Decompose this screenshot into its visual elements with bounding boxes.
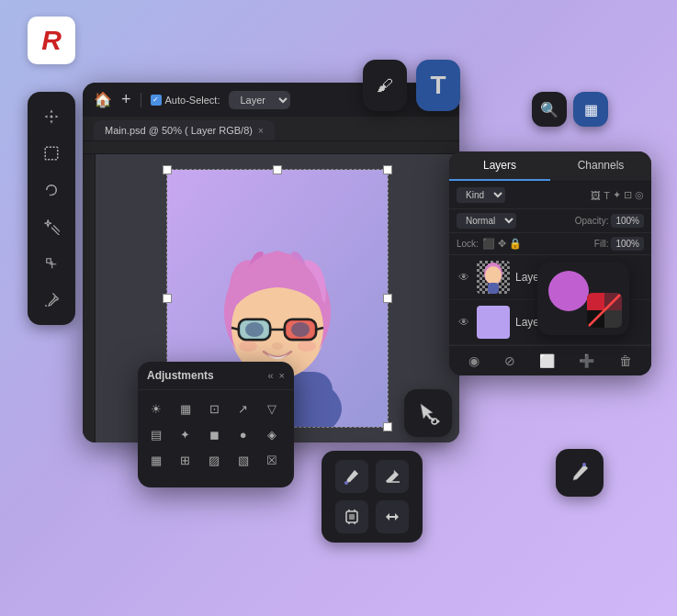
lock-label: Lock:: [457, 239, 479, 249]
pen-tool-panel[interactable]: [556, 449, 604, 497]
adjustments-panel: Adjustments « × ☀ ▦ ⊡ ↗ ▽ ▤ ✦ ◼ ● ◈ ▦ ⊞ …: [138, 362, 294, 487]
app-logo: R: [28, 17, 75, 64]
auto-select-checkbox[interactable]: [151, 95, 162, 106]
adj-channelmixer[interactable]: ◈: [261, 423, 283, 445]
handle-tr[interactable]: [383, 165, 392, 174]
chip-tool-btn[interactable]: [335, 500, 368, 533]
svg-rect-23: [488, 283, 499, 294]
layer-delete-icon[interactable]: 🗑: [619, 353, 632, 368]
layer-icon-text[interactable]: T: [604, 190, 610, 201]
mini-panel-row-2: [331, 500, 413, 533]
move-tool[interactable]: [36, 101, 67, 132]
adj-hsl[interactable]: ▤: [145, 423, 167, 445]
adj-vibrance[interactable]: ▽: [261, 398, 283, 420]
adj-selective[interactable]: ⊞: [175, 449, 197, 471]
search-icon: 🔍: [540, 101, 559, 118]
svg-point-17: [291, 322, 310, 337]
layers-type-icons: 🖼 T ✦ ⊡ ◎: [591, 189, 644, 201]
eraser-tool-btn[interactable]: [376, 460, 409, 493]
layer-eye-1[interactable]: 👁: [457, 271, 471, 284]
lasso-tool[interactable]: [36, 174, 67, 206]
adj-blackwhite[interactable]: ◼: [203, 423, 225, 445]
marquee-tool[interactable]: [36, 138, 67, 169]
adj-threshold[interactable]: ▨: [203, 449, 225, 471]
ruler-left: [83, 154, 96, 442]
layer-mask-icon[interactable]: ⬜: [539, 353, 555, 368]
svg-rect-0: [45, 147, 58, 160]
kind-dropdown[interactable]: Kind: [457, 187, 505, 203]
magic-wand-tool[interactable]: [36, 211, 67, 242]
transform-tool-btn[interactable]: [376, 500, 409, 533]
layer-add-icon[interactable]: ➕: [579, 353, 594, 368]
adj-curves[interactable]: ⊡: [203, 398, 225, 420]
ps-tabbar: Main.psd @ 50% ( Layer RGB/8) ×: [83, 117, 459, 141]
color-swatch[interactable]: [587, 293, 622, 328]
crop-tool[interactable]: [36, 248, 67, 279]
floating-tools-top: 🖌 T: [363, 60, 460, 111]
svg-rect-29: [349, 514, 355, 520]
adj-exposure[interactable]: ↗: [232, 398, 254, 420]
layer-thumb-2: [477, 306, 510, 339]
adj-levels[interactable]: ▦: [175, 398, 197, 420]
auto-select-label: Auto-Select:: [165, 95, 220, 106]
tab-label: Main.psd @ 50% ( Layer RGB/8): [105, 125, 253, 136]
layer-icon-mask[interactable]: ⊡: [624, 189, 632, 201]
adj-photofilter[interactable]: ●: [232, 423, 254, 445]
lock-icons: ⬛ ✥ 🔒: [482, 238, 522, 250]
svg-point-25: [437, 420, 440, 423]
tab-channels[interactable]: Channels: [550, 151, 651, 181]
paint-tool-btn[interactable]: 🖌: [363, 60, 407, 111]
layer-eye-2[interactable]: 👁: [457, 316, 471, 329]
adj-brightness[interactable]: ☀: [145, 398, 167, 420]
handle-tl[interactable]: [163, 165, 172, 174]
svg-point-18: [272, 342, 283, 350]
tab-layers[interactable]: Layers: [449, 151, 550, 181]
logo-letter: R: [41, 27, 62, 54]
lock-position-icon[interactable]: ✥: [498, 238, 506, 250]
layer-icon-smart[interactable]: ◎: [635, 189, 644, 201]
grid-float-btn[interactable]: ▦: [573, 92, 608, 127]
handle-br[interactable]: [383, 422, 392, 431]
opacity-value[interactable]: 100%: [611, 214, 644, 228]
adj-colorbalance[interactable]: ✦: [175, 423, 197, 445]
handle-mr[interactable]: [383, 294, 392, 303]
lock-all-icon[interactable]: 🔒: [509, 238, 522, 250]
search-float-btn[interactable]: 🔍: [532, 92, 567, 127]
layers-normal-row: Normal Opacity: 100%: [449, 209, 651, 233]
eyedropper-tool[interactable]: [36, 285, 67, 316]
add-btn[interactable]: +: [121, 90, 131, 109]
svg-point-16: [245, 322, 264, 337]
layers-tabs: Layers Channels: [449, 151, 651, 182]
adj-invert[interactable]: ☒: [261, 449, 283, 471]
opacity-label: Opacity:: [575, 216, 609, 226]
handle-tc[interactable]: [273, 165, 282, 174]
layer-fx-icon[interactable]: ⊘: [504, 353, 515, 368]
color-circle[interactable]: [548, 271, 589, 311]
brush-tool-btn[interactable]: [335, 460, 368, 493]
fill-value[interactable]: 100%: [611, 237, 644, 251]
ruler-top: [83, 141, 459, 154]
layer-icon-effect[interactable]: ✦: [613, 189, 621, 201]
handle-ml[interactable]: [163, 294, 172, 303]
mini-panel-bottom: [322, 451, 423, 543]
home-btn[interactable]: 🏠: [94, 91, 112, 108]
svg-point-19: [239, 341, 257, 352]
adjustments-collapse-btn[interactable]: «: [267, 370, 273, 381]
adjustments-close-btn[interactable]: ×: [279, 370, 285, 381]
layer-select[interactable]: Layer Group: [229, 91, 290, 109]
cursor-move-tool[interactable]: [404, 389, 452, 437]
adj-posterize[interactable]: ▧: [232, 449, 254, 471]
ps-tab[interactable]: Main.psd @ 50% ( Layer RGB/8) ×: [94, 120, 275, 140]
fill-label: Fill:: [594, 239, 609, 249]
layers-kind-row: Kind 🖼 T ✦ ⊡ ◎: [449, 182, 651, 209]
type-tool-btn[interactable]: T: [416, 60, 460, 111]
layer-icon-img[interactable]: 🖼: [591, 190, 601, 201]
tab-close-btn[interactable]: ×: [258, 126, 264, 136]
svg-line-35: [589, 295, 620, 326]
adj-gradient[interactable]: ▦: [145, 449, 167, 471]
lock-pixels-icon[interactable]: ⬛: [482, 238, 495, 250]
layer-mode-icon[interactable]: ◉: [468, 353, 480, 368]
normal-dropdown[interactable]: Normal: [457, 213, 516, 229]
auto-select-check[interactable]: Auto-Select:: [151, 95, 220, 106]
adjustments-icons-grid: ☀ ▦ ⊡ ↗ ▽ ▤ ✦ ◼ ● ◈ ▦ ⊞ ▨ ▧ ☒: [138, 390, 294, 478]
